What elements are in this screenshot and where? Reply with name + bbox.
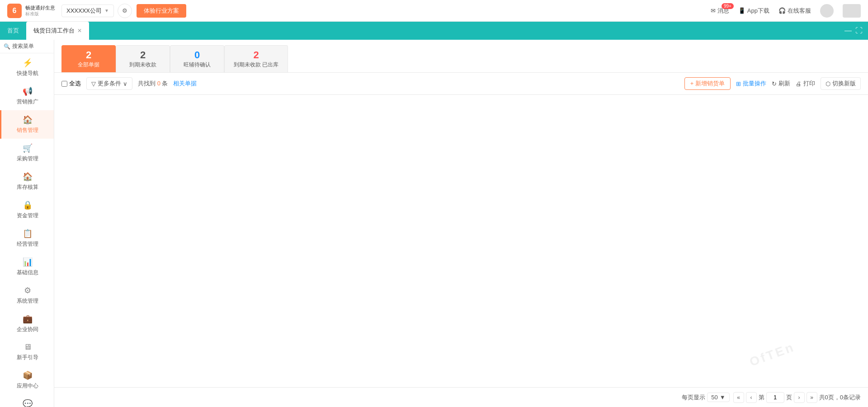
switch-icon: ⬡ [826,80,830,87]
phone-icon: 📱 [738,7,745,14]
switch-label: 切换新版 [832,80,856,88]
tab-home[interactable]: 首页 [0,22,26,40]
toolbar: 全选 ▽ 更多条件 ∨ 共找到 0 条 相关单据 + 新增销货单 ⊞ 批量操作 [54,73,868,95]
total-count-label: 共0页，0条记录 [819,393,861,402]
settings-button[interactable]: ⚙ [118,4,132,18]
sidebar-item-marketing-label: 营销推广 [17,98,38,106]
page-size-arrow-icon: ▼ [720,394,726,401]
page-size-selector: 每页显示 50 ▼ [682,393,729,402]
tab-workbench[interactable]: 钱货日清工作台 ✕ [26,22,89,40]
sidebar: 🔍 搜索菜单 ⚡ 快捷导航 📢 营销推广 🏠 销售管理 🛒 采购管理 🏠 库存核… [0,40,54,407]
stats-tabs: 2 全部单据 2 到期未收款 0 旺辅待确认 2 到期未收款 已出库 [61,45,861,72]
stats-tab-overdue-label: 到期未收款 [129,61,156,68]
sidebar-item-app-center[interactable]: 📦 应用中心 [0,366,54,394]
sidebar-search[interactable]: 🔍 搜索菜单 [0,40,54,53]
sidebar-item-basic-info[interactable]: 📊 基础信息 [0,253,54,281]
page-number-input[interactable] [766,392,784,403]
sidebar-item-system-label: 系统管理 [17,297,38,305]
marketing-icon: 📢 [23,86,33,96]
stats-bar: 2 全部单据 2 到期未收款 0 旺辅待确认 2 到期未收款 已出库 [54,40,868,73]
found-count-text: 共找到 0 条 [138,80,168,88]
sidebar-item-app-center-label: 应用中心 [17,382,38,390]
message-badge: 99+ [722,3,734,9]
page-size-dropdown[interactable]: 50 ▼ [707,393,729,402]
sidebar-item-operation-label: 经营管理 [17,240,38,248]
stats-tab-overdue[interactable]: 2 到期未收款 [116,45,170,72]
stats-tab-overdue-out-label: 到期未收款 已出库 [234,61,278,68]
stats-tab-all-label: 全部单据 [78,61,99,68]
first-page-button[interactable]: « [733,392,744,403]
tab-close-icon[interactable]: ✕ [77,28,82,34]
user-name[interactable] [843,4,861,18]
related-link[interactable]: 相关单据 [173,80,197,88]
stats-tab-pending[interactable]: 0 旺辅待确认 [170,45,224,72]
sidebar-item-guide[interactable]: 🖥 新手引导 [0,338,54,366]
sidebar-item-system[interactable]: ⚙ 系统管理 [0,281,54,309]
per-page-label: 每页显示 [682,393,705,402]
sidebar-item-sales-label: 销售管理 [17,126,38,134]
app-tag: 标准版 [25,11,55,17]
tab-expand-icon[interactable]: ⛶ [855,27,863,35]
avatar[interactable] [820,4,834,18]
stats-tab-overdue-num: 2 [125,49,160,61]
filter-icon: ▽ [91,80,96,87]
top-right: ✉ 消息 99+ 📱 App下载 🎧 在线客服 [711,4,861,18]
batch-operation-button[interactable]: ⊞ 批量操作 [736,80,766,88]
online-service-btn[interactable]: 🎧 在线客服 [778,7,811,15]
last-page-button[interactable]: » [807,392,817,403]
sidebar-item-inventory[interactable]: 🏠 库存核算 [0,167,54,196]
refresh-button[interactable]: ↻ 刷新 [772,80,790,88]
top-bar: 6 畅捷通好生意 标准版 XXXXXX公司 ▼ ⚙ 体验行业方案 ✉ 消息 99… [0,0,868,22]
select-all-checkbox[interactable]: 全选 [61,80,81,88]
message-btn[interactable]: ✉ 消息 99+ [711,7,729,15]
online-service-label: 在线客服 [788,7,811,15]
sales-icon: 🏠 [23,115,33,125]
found-prefix: 共找到 [138,80,156,87]
logo-icon: 6 [7,4,22,18]
add-sale-order-button[interactable]: + 新增销货单 [684,77,731,90]
company-selector[interactable]: XXXXXX公司 ▼ [61,5,114,17]
search-label: 搜索菜单 [12,42,34,50]
stats-tab-all[interactable]: 2 全部单据 [61,45,116,72]
sidebar-item-marketing[interactable]: 📢 营销推广 [0,82,54,110]
filter-button[interactable]: ▽ 更多条件 ∨ [86,77,132,90]
logo-text: 畅捷通好生意 标准版 [25,5,55,17]
quick-nav-icon: ⚡ [23,58,33,68]
sidebar-item-purchase[interactable]: 🛒 采购管理 [0,139,54,167]
page-size-value: 50 [711,394,717,401]
message-icon: ✉ [711,7,716,14]
refresh-icon: ↻ [772,80,777,87]
filter-label: 更多条件 [98,80,121,88]
sidebar-item-guide-label: 新手引导 [17,354,38,361]
company-arrow-icon: ▼ [104,8,109,13]
experience-button[interactable]: 体验行业方案 [137,4,186,18]
stats-tab-overdue-out[interactable]: 2 到期未收款 已出库 [224,45,288,72]
sidebar-item-finance[interactable]: 🔒 资金管理 [0,196,54,224]
sidebar-item-quick-nav[interactable]: ⚡ 快捷导航 [0,53,54,82]
next-page-button[interactable]: › [794,392,805,403]
sidebar-item-operation[interactable]: 📋 经营管理 [0,224,54,253]
tab-minimize-icon[interactable]: — [844,27,852,35]
pagination-bar: 每页显示 50 ▼ « ‹ 第 页 › » 共0页，0条记录 [54,387,868,407]
gear-icon: ⚙ [122,7,127,14]
batch-label: 批量操作 [743,80,766,88]
select-all-input[interactable] [61,81,67,87]
print-button[interactable]: 🖨 打印 [796,80,815,88]
content-area: 2 全部单据 2 到期未收款 0 旺辅待确认 2 到期未收款 已出库 [54,40,868,407]
cooperation-icon: 💼 [23,314,33,324]
app-title: 畅捷通好生意 [25,5,55,11]
filter-arrow-icon: ∨ [123,80,127,87]
switch-version-button[interactable]: ⬡ 切换新版 [821,77,861,90]
print-icon: 🖨 [796,80,802,87]
sidebar-item-cooperation[interactable]: 💼 企业协同 [0,309,54,338]
main-layout: 🔍 搜索菜单 ⚡ 快捷导航 📢 营销推广 🏠 销售管理 🛒 采购管理 🏠 库存核… [0,40,868,407]
app-download-btn[interactable]: 📱 App下载 [738,7,769,15]
sidebar-item-quick-nav-label: 快捷导航 [17,70,38,77]
stats-tab-pending-label: 旺辅待确认 [184,61,211,68]
sidebar-item-wechat[interactable]: 💬 企业微信 [0,394,54,407]
stats-tab-pending-num: 0 [179,49,215,61]
inventory-icon: 🏠 [23,172,33,182]
guide-icon: 🖥 [24,342,32,352]
sidebar-item-sales[interactable]: 🏠 销售管理 [0,110,54,139]
prev-page-button[interactable]: ‹ [746,392,757,403]
